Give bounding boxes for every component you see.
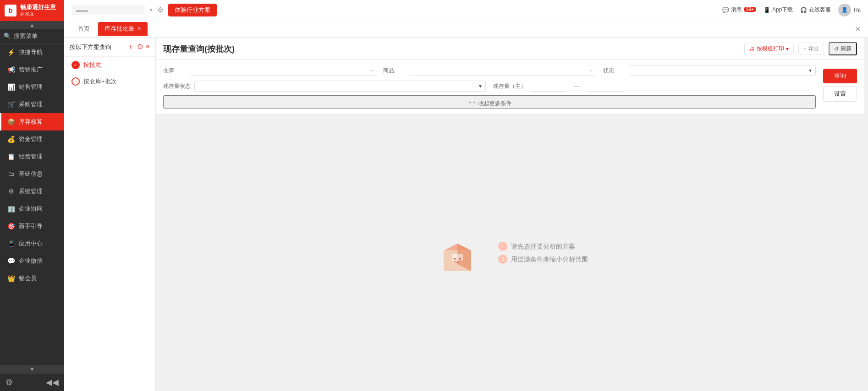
tab-close-icon[interactable]: ✕ <box>137 26 141 32</box>
sidebar-item-marketing[interactable]: 📢 营销推广 <box>0 61 64 78</box>
export-button[interactable]: ↑ 导出 <box>798 43 824 55</box>
inventory-status-label: 现存量状态 <box>163 82 191 90</box>
sidebar-item-label: 采购管理 <box>19 100 43 109</box>
sidebar-item-label: 新手引导 <box>19 222 43 230</box>
filter-header-actions: ＋ ⊙ « <box>127 42 150 52</box>
message-action[interactable]: 💬 消息 99+ <box>722 6 756 14</box>
message-label: 消息 <box>731 6 742 14</box>
app-logo: b <box>5 5 16 16</box>
company-name: 畅康通好生意 <box>20 4 56 11</box>
add-scheme-icon[interactable]: ＋ <box>127 42 134 52</box>
filter-scheme-batch[interactable]: ✓ 按批次 <box>64 57 155 73</box>
inventory-status-field: 现存量状态 ▾ <box>163 81 486 92</box>
sidebar-item-newbie[interactable]: 🎯 新手引导 <box>0 217 64 235</box>
inventory-qty-max[interactable] <box>587 81 624 92</box>
message-icon: 💬 <box>722 7 729 13</box>
topbar-search-area[interactable]: ▬▬ <box>71 5 145 15</box>
svg-point-4 <box>454 258 456 260</box>
sidebar-item-purchase[interactable]: 🛒 采购管理 <box>0 96 64 113</box>
collapse-filter-icon[interactable]: « <box>146 42 150 52</box>
printer-icon: 🖨 <box>749 46 755 52</box>
warehouse-input[interactable] <box>190 65 367 76</box>
svg-point-5 <box>459 258 461 260</box>
settings-gear-icon[interactable]: ⚙ <box>5 377 13 387</box>
scheme-settings-icon[interactable]: ⊙ <box>137 42 143 52</box>
step-2-badge: 2 <box>498 255 507 264</box>
app-name-area: 畅康通好生意 标准版 <box>20 4 56 17</box>
app-download-action[interactable]: 📱 App下载 <box>764 6 793 14</box>
sidebar-item-sales[interactable]: 📊 销售管理 <box>0 78 64 96</box>
empty-illustration <box>432 225 487 280</box>
content-header: 现存量查询(按批次) 🖨 按模板打印 ▾ ↑ 导出 ↺ 刷新 <box>156 38 864 60</box>
tab-home[interactable]: 首页 <box>71 22 96 36</box>
empty-text: 1 请先选择要分析的方案 2 用过滤条件来缩小分析范围 <box>498 240 588 266</box>
topbar-chevron-icon[interactable]: ▾ <box>149 6 153 13</box>
inventory-qty-min[interactable] <box>530 81 566 92</box>
filter-row-2: 现存量状态 ▾ 现存量（主） — <box>163 81 816 92</box>
product-more-icon[interactable]: ··· <box>587 67 596 74</box>
tab-home-label: 首页 <box>78 25 90 33</box>
sidebar-item-finance[interactable]: 💰 资金管理 <box>0 130 64 148</box>
filter-scheme-batch-label: 按批次 <box>83 61 101 69</box>
basic-icon: 🗂 <box>7 170 15 178</box>
sidebar-collapse-icon[interactable]: ◀◀ <box>46 377 59 387</box>
query-button[interactable]: 查询 <box>823 69 857 83</box>
refresh-button[interactable]: ↺ 刷新 <box>829 42 857 55</box>
collapse-button[interactable]: ⌃⌃ 收起更多条件 <box>163 95 816 109</box>
sidebar-item-inventory[interactable]: 📦 库存核算 <box>0 113 64 130</box>
sidebar-scroll-down[interactable]: ▼ <box>0 365 64 373</box>
trial-button[interactable]: 体验行业方案 <box>168 4 217 16</box>
product-input[interactable] <box>410 65 587 76</box>
finance-icon: 💰 <box>7 135 15 143</box>
sidebar-item-wechat[interactable]: 💬 企业微信 <box>0 252 64 270</box>
topbar-gear-icon[interactable]: ⚙ <box>157 5 164 14</box>
collapse-up-icon: ⌃⌃ <box>467 101 477 107</box>
sidebar-item-operations[interactable]: 📋 经营管理 <box>0 148 64 165</box>
page-close-icon[interactable]: ✕ <box>855 24 861 33</box>
sidebar-header: b 畅康通好生意 标准版 <box>0 0 64 21</box>
system-icon: ⚙ <box>7 187 15 196</box>
filter-title: 按以下方案查询 <box>70 43 111 51</box>
tab-inventory-batch[interactable]: 库存批次账 ✕ <box>98 22 148 36</box>
sidebar-item-basic[interactable]: 🗂 基础信息 <box>0 165 64 183</box>
svg-rect-3 <box>452 254 463 261</box>
sidebar-item-system[interactable]: ⚙ 系统管理 <box>0 183 64 200</box>
warehouse-more-icon[interactable]: ··· <box>367 67 376 74</box>
sidebar-item-label: 快捷导航 <box>19 48 43 56</box>
sidebar-item-quick-nav[interactable]: ⚡ 快捷导航 <box>0 43 64 61</box>
search-menu-item[interactable]: 🔍 搜索菜单 <box>0 29 64 43</box>
sidebar-item-label: 营销推广 <box>19 65 43 74</box>
status-field: 状态 ▾ <box>603 65 816 76</box>
refresh-icon: ↺ <box>834 46 839 52</box>
product-input-area[interactable]: ··· <box>410 65 596 76</box>
sidebar-item-apps[interactable]: 📱 应用中心 <box>0 235 64 252</box>
newbie-icon: 🎯 <box>7 222 15 230</box>
filter-scheme-warehouse-batch[interactable]: ○ 按仓库+批次 <box>64 73 155 90</box>
inventory-qty-field: 现存量（主） — <box>493 81 816 92</box>
avatar: 👤 <box>838 4 851 16</box>
scheme-dot-filled: ✓ <box>71 61 80 69</box>
sidebar-item-label: 企业微信 <box>19 257 43 265</box>
apps-icon: 📱 <box>7 239 15 248</box>
settings-button[interactable]: 设置 <box>823 86 857 102</box>
quick-nav-icon: ⚡ <box>7 48 15 56</box>
purchase-icon: 🛒 <box>7 100 15 109</box>
status-select[interactable]: ▾ <box>630 65 816 76</box>
sidebar-item-member[interactable]: 👑 畅会员 <box>0 270 64 287</box>
sidebar: b 畅康通好生意 标准版 ▲ 🔍 搜索菜单 ⚡ 快捷导航 📢 营销推广 📊 销售… <box>0 0 64 391</box>
online-service-action[interactable]: 🎧 在线客服 <box>800 6 831 14</box>
export-icon: ↑ <box>803 46 806 52</box>
warehouse-input-area[interactable]: ··· <box>190 65 376 76</box>
filter-row-1: 仓库 ··· 商品 ··· <box>163 65 816 76</box>
operations-icon: 📋 <box>7 152 15 161</box>
sidebar-item-enterprise[interactable]: 🏢 企业协同 <box>0 200 64 217</box>
hint2-text: 用过滤条件来缩小分析范围 <box>511 253 588 266</box>
marketing-icon: 📢 <box>7 65 15 74</box>
filter-header: 按以下方案查询 ＋ ⊙ « <box>64 38 155 57</box>
content-area: 现存量查询(按批次) 🖨 按模板打印 ▾ ↑ 导出 ↺ 刷新 <box>156 38 864 391</box>
template-print-button[interactable]: 🖨 按模板打印 ▾ <box>744 43 794 55</box>
sidebar-scroll-up[interactable]: ▲ <box>0 21 64 29</box>
inventory-status-select[interactable]: ▾ <box>194 81 486 92</box>
online-service-label: 在线客服 <box>809 6 831 14</box>
user-area[interactable]: 👤 Rit <box>838 4 861 16</box>
